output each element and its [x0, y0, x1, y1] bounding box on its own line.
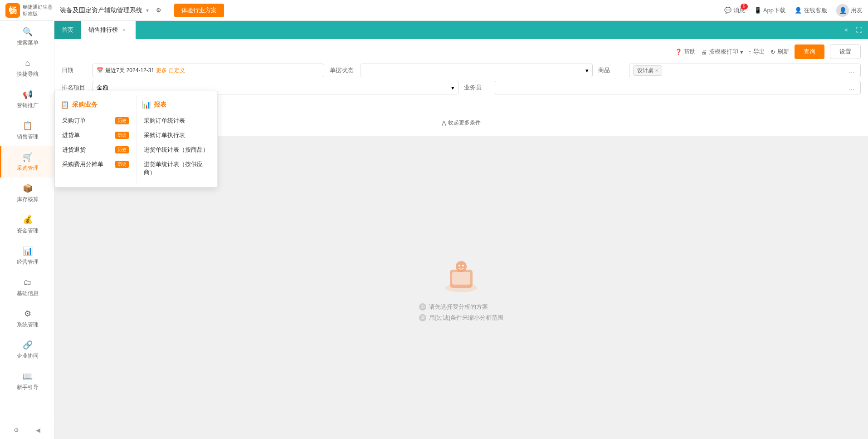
message-badge: 5 — [741, 4, 748, 10]
purchase-col-2: 📊 报表 采购订单统计表 采购订单执行表 进货单统计表（按商品） 进货单统计表（… — [137, 95, 218, 183]
tab-home[interactable]: 首页 — [54, 21, 81, 39]
refresh-button[interactable]: ↻ 刷新 — [770, 48, 789, 56]
menu-item-report-inbound-supplier[interactable]: 进货单统计表（按供应商） — [142, 157, 212, 180]
help-button[interactable]: ❓ 帮助 — [675, 48, 696, 56]
tab-sales-ranking[interactable]: 销售排行榜 × — [81, 21, 136, 39]
tab-bar-actions: × ⛶ — [841, 25, 868, 35]
sidebar-item-sales[interactable]: 📋 销售管理 — [0, 115, 54, 146]
system-icon: ⚙ — [22, 308, 33, 319]
user-menu-button[interactable]: 👤 用友 — [836, 4, 863, 17]
receipt-status-label: 单据状态 — [330, 66, 357, 74]
menu-item-purchase-order[interactable]: 采购订单 历史 — [60, 113, 131, 128]
sidebar-item-base[interactable]: 🗂 基础信息 — [0, 271, 54, 303]
salesperson-ellipsis[interactable]: ... — [847, 84, 857, 92]
menu-item-purchase-expense[interactable]: 采购费用分摊单 历史 — [60, 157, 131, 172]
salesperson-select[interactable]: ... — [495, 81, 861, 94]
history-badge-1: 历史 — [115, 132, 129, 139]
menu-item-report-inbound-goods[interactable]: 进货单统计表（按商品） — [142, 143, 212, 157]
purchase-col1-title: 📋 采购业务 — [60, 99, 131, 113]
tip-dot-2: ② — [419, 314, 426, 321]
settings-button[interactable]: 设置 — [830, 44, 861, 59]
service-icon: 👤 — [795, 7, 802, 14]
date-range-input[interactable]: 📅 最近7天 2024-12-31 更多 自定义 — [93, 64, 324, 77]
purchase-col-1: 📋 采购业务 采购订单 历史 进货单 历史 进货退货 历史 采购费用分摊单 历史 — [55, 95, 137, 183]
sidebar-item-search[interactable]: 🔍 搜索菜单 — [0, 21, 54, 52]
header-right: 💬 消息 5 📱 App下载 👤 在线客服 👤 用友 — [724, 4, 863, 17]
receipt-status-select[interactable]: ▾ — [361, 64, 592, 77]
menu-item-report-order-exec[interactable]: 采购订单执行表 — [142, 128, 212, 143]
base-icon: 🗂 — [22, 277, 33, 288]
empty-tip-1: ① 请先选择要分析的方案 — [419, 303, 503, 311]
tip-dot-1: ① — [419, 303, 426, 311]
menu-item-purchase-return[interactable]: 进货退货 历史 — [60, 143, 131, 157]
purchase-dropdown-menu: 📋 采购业务 采购订单 历史 进货单 历史 进货退货 历史 采购费用分摊单 历史… — [54, 91, 218, 187]
sidebar: 🔍 搜索菜单 ⌂ 快捷导航 📢 营销推广 📋 销售管理 🛒 采购管理 📦 库存核… — [0, 21, 54, 439]
system-title-area: 装备及固定资产辅助管理系统 ▾ ⚙ 体验行业方案 — [60, 4, 724, 17]
purchase-col1-icon: 📋 — [60, 100, 69, 109]
system-title: 装备及固定资产辅助管理系统 — [60, 6, 142, 15]
print-dropdown-arrow[interactable]: ▾ — [740, 49, 743, 55]
sidebar-settings-button[interactable]: ⚙ — [14, 427, 19, 434]
print-button[interactable]: 🖨 按模板打印 ▾ — [701, 48, 743, 56]
query-button[interactable]: 查询 — [795, 44, 824, 59]
home-icon: ⌂ — [22, 58, 33, 69]
purchase-icon: 🛒 — [22, 152, 33, 163]
top-header: 畅 畅捷通好生意 标准版 装备及固定资产辅助管理系统 ▾ ⚙ 体验行业方案 💬 … — [0, 0, 868, 21]
industry-plan-button[interactable]: 体验行业方案 — [174, 4, 224, 17]
goods-field: 商品 设计桌 × ... — [598, 64, 861, 77]
goods-tag: 设计桌 × — [633, 65, 662, 76]
empty-tips: ① 请先选择要分析的方案 ② 用[过滤]条件来缩小分析范围 — [419, 303, 503, 322]
sidebar-item-marketing[interactable]: 📢 营销推广 — [0, 84, 54, 115]
sidebar-item-quicknav[interactable]: ⌂ 快捷导航 — [0, 52, 54, 84]
sidebar-item-enterprise[interactable]: 🔗 企业协同 — [0, 334, 54, 365]
online-service-button[interactable]: 👤 在线客服 — [795, 6, 827, 15]
sidebar-item-purchase[interactable]: 🛒 采购管理 — [0, 146, 54, 178]
sidebar-collapse-button[interactable]: ◀ — [36, 427, 40, 434]
tab-close-all-button[interactable]: × — [841, 25, 852, 35]
goods-ellipsis[interactable]: ... — [847, 66, 857, 74]
main-layout: 🔍 搜索菜单 ⌂ 快捷导航 📢 营销推广 📋 销售管理 🛒 采购管理 📦 库存核… — [0, 21, 868, 439]
menu-item-purchase-inbound[interactable]: 进货单 历史 — [60, 128, 131, 143]
marketing-icon: 📢 — [22, 89, 33, 100]
salesperson-field: 业务员 ... — [464, 81, 861, 94]
logo-icon: 畅 — [5, 3, 20, 18]
collapse-up-icon: ⋀ — [442, 120, 446, 126]
tab-expand-button[interactable]: ⛶ — [853, 25, 864, 35]
goods-tag-close[interactable]: × — [655, 68, 658, 73]
enterprise-icon: 🔗 — [22, 340, 33, 350]
sidebar-item-system[interactable]: ⚙ 系统管理 — [0, 303, 54, 334]
finance-icon: 💰 — [22, 214, 33, 225]
system-settings-button[interactable]: ⚙ — [152, 4, 165, 17]
svg-rect-2 — [452, 272, 470, 285]
receipt-status-field: 单据状态 ▾ — [330, 64, 592, 77]
sidebar-footer: ⚙ ◀ — [0, 421, 54, 439]
svg-point-5 — [462, 265, 464, 266]
message-button[interactable]: 💬 消息 5 — [724, 6, 745, 15]
receipt-status-arrow: ▾ — [585, 67, 589, 74]
filter-row-1: 日期 📅 最近7天 2024-12-31 更多 自定义 单据状态 — [62, 64, 861, 77]
collapse-button[interactable]: ⋀ 收起更多条件 — [438, 115, 484, 130]
logo-area: 畅 畅捷通好生意 标准版 — [5, 3, 60, 18]
history-badge-3: 历史 — [115, 161, 129, 168]
guide-icon: 📖 — [22, 371, 33, 382]
sidebar-item-inventory[interactable]: 📦 库存核算 — [0, 178, 54, 209]
empty-illustration — [439, 254, 484, 299]
goods-select[interactable]: 设计桌 × ... — [629, 64, 861, 77]
goods-label: 商品 — [598, 66, 625, 74]
sidebar-item-guide[interactable]: 📖 新手引导 — [0, 365, 54, 397]
svg-point-3 — [456, 261, 467, 272]
export-button[interactable]: ↑ 导出 — [749, 48, 766, 56]
menu-item-report-order-stats[interactable]: 采购订单统计表 — [142, 113, 212, 128]
date-label: 日期 — [62, 66, 89, 74]
filter-toolbar: ❓ 帮助 🖨 按模板打印 ▾ ↑ 导出 ↻ 刷新 — [62, 44, 861, 59]
purchase-col2-title: 📊 报表 — [142, 99, 212, 113]
tab-close-button[interactable]: × — [121, 26, 128, 34]
search-icon: 🔍 — [22, 26, 33, 37]
empty-tip-2: ② 用[过滤]条件来缩小分析范围 — [419, 314, 503, 322]
sidebar-item-finance[interactable]: 💰 资金管理 — [0, 209, 54, 240]
date-icon: 📅 — [97, 67, 103, 74]
user-avatar: 👤 — [836, 4, 849, 17]
app-download-button[interactable]: 📱 App下载 — [754, 6, 785, 15]
title-dropdown-arrow[interactable]: ▾ — [146, 7, 149, 14]
sidebar-item-operations[interactable]: 📊 经营管理 — [0, 240, 54, 271]
